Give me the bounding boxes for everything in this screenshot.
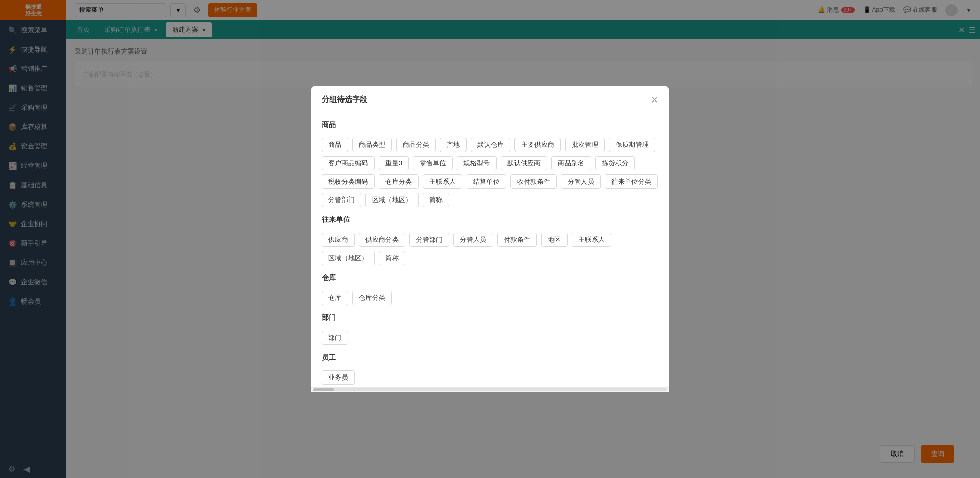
field-tag-0-9[interactable]: 重量3 (379, 156, 409, 170)
section-title-2: 仓库 (322, 273, 658, 286)
field-grid-4: 业务员 (322, 370, 658, 385)
field-tag-0-17[interactable]: 主联系人 (423, 174, 462, 189)
field-tag-0-11[interactable]: 规格型号 (457, 156, 497, 170)
field-tag-0-13[interactable]: 商品别名 (551, 156, 591, 170)
field-tag-1-0[interactable]: 供应商 (322, 233, 355, 247)
modal-title: 分组待选字段 (322, 95, 368, 105)
field-tag-1-4[interactable]: 付款条件 (497, 233, 537, 247)
field-tag-1-5[interactable]: 地区 (541, 233, 568, 247)
field-tag-3-0[interactable]: 部门 (322, 331, 348, 345)
field-grid-0: 商品商品类型商品分类产地默认仓库主要供应商批次管理保质期管理客户商品编码重量3零… (322, 138, 658, 207)
field-tag-0-2[interactable]: 商品分类 (396, 138, 436, 152)
field-tag-0-3[interactable]: 产地 (440, 138, 467, 152)
hscroll-track (313, 388, 667, 391)
modal-header: 分组待选字段 ✕ (311, 86, 669, 112)
section-title-4: 员工 (322, 353, 658, 365)
field-tag-2-0[interactable]: 仓库 (322, 291, 348, 305)
field-tag-0-20[interactable]: 分管人员 (561, 174, 601, 189)
modal-close-button[interactable]: ✕ (651, 94, 658, 106)
modal-overlay: 分组待选字段 ✕ 商品商品商品类型商品分类产地默认仓库主要供应商批次管理保质期管… (0, 0, 980, 478)
field-grid-1: 供应商供应商分类分管部门分管人员付款条件地区主联系人区域（地区）简称 (322, 233, 658, 265)
field-tag-0-12[interactable]: 默认供应商 (501, 156, 547, 170)
field-grid-2: 仓库仓库分类 (322, 291, 658, 305)
field-tag-0-15[interactable]: 税收分类编码 (322, 174, 375, 189)
field-tag-0-8[interactable]: 客户商品编码 (322, 156, 375, 170)
field-tag-1-3[interactable]: 分管人员 (453, 233, 493, 247)
field-tag-4-0[interactable]: 业务员 (322, 370, 355, 385)
field-tag-0-10[interactable]: 零售单位 (413, 156, 453, 170)
field-tag-1-6[interactable]: 主联系人 (572, 233, 611, 247)
modal-dialog: 分组待选字段 ✕ 商品商品商品类型商品分类产地默认仓库主要供应商批次管理保质期管… (311, 86, 669, 392)
hscroll-thumb (313, 388, 334, 391)
field-tag-0-14[interactable]: 拣货积分 (595, 156, 635, 170)
field-tag-0-22[interactable]: 分管部门 (322, 193, 361, 207)
field-tag-2-1[interactable]: 仓库分类 (352, 291, 392, 305)
section-title-0: 商品 (322, 120, 658, 133)
field-tag-0-6[interactable]: 批次管理 (565, 138, 605, 152)
field-tag-0-16[interactable]: 仓库分类 (379, 174, 419, 189)
field-tag-0-7[interactable]: 保质期管理 (609, 138, 655, 152)
field-grid-3: 部门 (322, 331, 658, 345)
field-tag-0-19[interactable]: 收付款条件 (510, 174, 557, 189)
field-tag-0-1[interactable]: 商品类型 (352, 138, 392, 152)
section-title-1: 往来单位 (322, 215, 658, 228)
modal-hscroll (311, 387, 669, 392)
field-tag-0-18[interactable]: 结算单位 (467, 174, 506, 189)
field-tag-0-0[interactable]: 商品 (322, 138, 348, 152)
field-tag-0-23[interactable]: 区域（地区） (365, 193, 419, 207)
field-tag-0-21[interactable]: 往来单位分类 (605, 174, 658, 189)
field-tag-1-1[interactable]: 供应商分类 (359, 233, 405, 247)
field-tag-0-4[interactable]: 默认仓库 (471, 138, 510, 152)
field-tag-0-5[interactable]: 主要供应商 (514, 138, 561, 152)
field-tag-1-7[interactable]: 区域（地区） (322, 251, 375, 265)
modal-body[interactable]: 商品商品商品类型商品分类产地默认仓库主要供应商批次管理保质期管理客户商品编码重量… (311, 112, 669, 387)
field-tag-0-24[interactable]: 简称 (423, 193, 449, 207)
field-tag-1-8[interactable]: 简称 (379, 251, 405, 265)
field-tag-1-2[interactable]: 分管部门 (409, 233, 449, 247)
section-title-3: 部门 (322, 313, 658, 325)
